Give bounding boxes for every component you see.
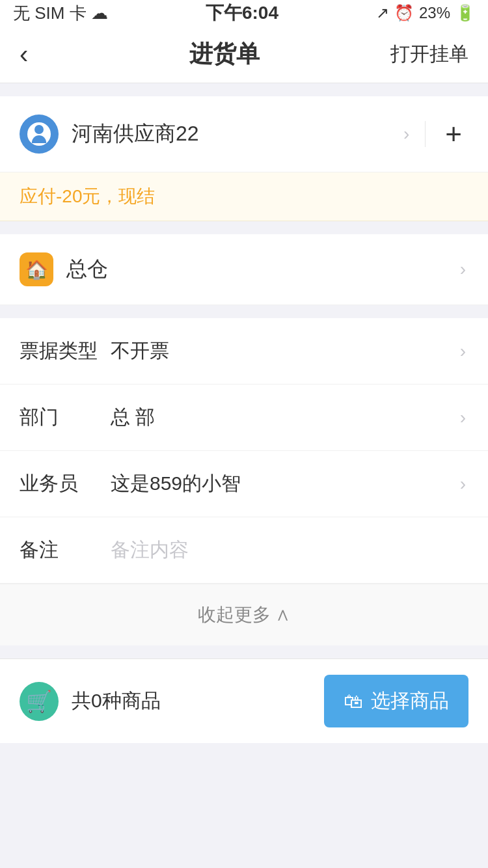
status-bar: 无 SIM 卡 ☁ 下午6:04 ↗ ⏰ 23% 🔋 [0,0,488,26]
nav-bar: ‹ 进货单 打开挂单 [0,26,488,83]
supplier-name: 河南供应商22 [72,120,403,148]
warehouse-row[interactable]: 🏠 总仓 › [0,234,488,305]
section-divider-3 [0,305,488,318]
status-time: 下午6:04 [206,1,278,25]
alarm-icon: ⏰ [394,4,414,22]
supplier-chevron-icon: › [403,124,409,144]
add-supplier-button[interactable]: + [439,118,468,150]
page-background [0,743,488,868]
select-product-icon: 🛍 [344,690,363,712]
location-icon: ↗ [376,4,389,22]
notice-bar: 应付-20元，现结 [0,172,488,221]
battery-text: 23% [419,4,450,22]
remark-label: 备注 [20,537,111,563]
supplier-avatar [20,115,59,154]
collapse-label: 收起更多 ∧ [198,603,291,627]
salesman-label: 业务员 [20,470,111,497]
warehouse-icon: 🏠 [20,252,53,286]
house-icon: 🏠 [25,259,48,280]
section-divider-2 [0,221,488,234]
warehouse-name: 总仓 [66,255,460,284]
form-card: 票据类型 不开票 › 部门 总 部 › 业务员 这是859的小智 › 备注 备注… [0,318,488,645]
user-avatar-icon [27,122,51,146]
product-icon-circle: 🛒 [20,682,59,721]
cart-icon: 🛒 [26,689,52,714]
page-title: 进货单 [189,38,260,70]
invoice-row[interactable]: 票据类型 不开票 › [0,318,488,385]
battery-icon: 🔋 [455,4,475,22]
sim-text: 无 SIM 卡 ☁ [13,2,108,25]
dept-label: 部门 [20,404,111,431]
invoice-label: 票据类型 [20,338,111,364]
dept-row[interactable]: 部门 总 部 › [0,385,488,451]
vertical-divider [425,121,426,147]
salesman-row[interactable]: 业务员 这是859的小智 › [0,451,488,517]
remark-input[interactable]: 备注内容 [111,537,468,563]
invoice-value: 不开票 [111,338,460,364]
select-product-label: 选择商品 [371,688,449,714]
remark-row[interactable]: 备注 备注内容 [0,517,488,584]
salesman-value: 这是859的小智 [111,470,460,497]
back-button[interactable]: ‹ [20,40,59,69]
status-left: 无 SIM 卡 ☁ [13,2,108,25]
select-product-button[interactable]: 🛍 选择商品 [324,675,468,727]
collapse-row[interactable]: 收起更多 ∧ [0,584,488,645]
dept-chevron-icon: › [460,407,466,428]
supplier-card: 河南供应商22 › + 应付-20元，现结 [0,96,488,221]
warehouse-chevron-icon: › [460,259,466,280]
notice-text: 应付-20元，现结 [20,186,155,206]
invoice-chevron-icon: › [460,341,466,362]
product-count-area: 🛒 共0种商品 [20,682,161,721]
open-pending-button[interactable]: 打开挂单 [390,41,468,68]
warehouse-card: 🏠 总仓 › [0,234,488,305]
dept-value: 总 部 [111,404,460,431]
supplier-row[interactable]: 河南供应商22 › + [0,96,488,172]
bottom-bar: 🛒 共0种商品 🛍 选择商品 [0,658,488,743]
status-right: ↗ ⏰ 23% 🔋 [376,4,475,22]
section-divider-1 [0,83,488,96]
salesman-chevron-icon: › [460,474,466,495]
product-count-label: 共0种商品 [72,688,161,714]
